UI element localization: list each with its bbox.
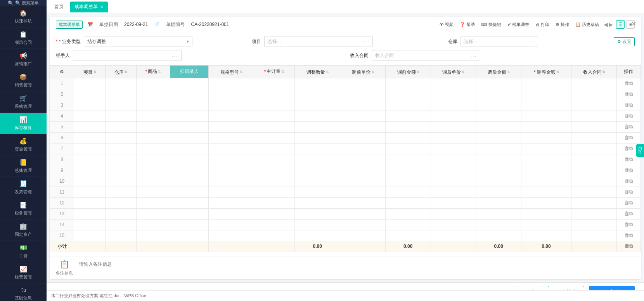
sidebar-item-inventory[interactable]: 📊库存核算: [0, 113, 47, 134]
delete-icon-4[interactable]: 🗑: [624, 113, 629, 119]
delete-icon-2[interactable]: 🗑: [624, 91, 629, 97]
toolbar-operations[interactable]: ⚙ 操作: [554, 21, 571, 28]
cell-project-4[interactable]: [74, 111, 105, 121]
cell-income_contract-15[interactable]: [571, 230, 616, 241]
next-icon[interactable]: ▶: [609, 21, 613, 28]
cell-adjust_amount-6[interactable]: [521, 132, 571, 143]
cell-qty-15[interactable]: [295, 230, 340, 241]
cell-after_unit_price-2[interactable]: [431, 89, 476, 100]
col-sort-after_unit_price[interactable]: 调后单价⇅: [441, 69, 465, 76]
cell-spec-9[interactable]: [208, 165, 254, 176]
cell-unit-13[interactable]: [254, 208, 295, 219]
col-header-after_unit_price[interactable]: 调后单价⇅: [431, 66, 476, 78]
cell-after_unit_price-5[interactable]: [431, 121, 476, 132]
cell-warehouse-6[interactable]: [105, 132, 136, 143]
cell-spec-2[interactable]: [208, 89, 254, 100]
cell-adjust_amount-4[interactable]: [521, 111, 571, 121]
sidebar-item-basic-info[interactable]: 🗂基础信息: [0, 284, 47, 301]
col-header-unit[interactable]: * 主计量⇅: [254, 66, 295, 78]
cell-project-9[interactable]: [74, 165, 105, 176]
cell-income_contract-4[interactable]: [571, 111, 616, 121]
cell-project-12[interactable]: [74, 197, 105, 208]
toolbar-history[interactable]: 📋 历史草稿: [574, 21, 601, 28]
cell-after_amount-4[interactable]: [476, 111, 521, 121]
delete-icon-10[interactable]: 🗑: [624, 178, 629, 184]
col-sort-spec[interactable]: 规格型号⇅: [220, 69, 243, 76]
cell-scan-14[interactable]: [170, 219, 209, 230]
delete-icon-11[interactable]: 🗑: [624, 189, 629, 195]
delete-icon-14[interactable]: 🗑: [624, 221, 629, 227]
delete-icon-8[interactable]: 🗑: [624, 156, 629, 162]
cell-qty-12[interactable]: [295, 197, 340, 208]
copy-icon-11[interactable]: ⧉: [629, 189, 633, 195]
cell-prev_amount-10[interactable]: [385, 176, 431, 187]
col-header-income_contract[interactable]: 收入合同⇅: [571, 66, 616, 78]
cell-prev_unit_price-6[interactable]: [340, 132, 386, 143]
col-header-qty[interactable]: 调整数量⇅: [295, 66, 340, 78]
cell-adjust_amount-9[interactable]: [521, 165, 571, 176]
cell-qty-11[interactable]: [295, 187, 340, 197]
subtotal-copy-icon[interactable]: ⧉: [629, 243, 633, 249]
cell-prev_amount-12[interactable]: [385, 197, 431, 208]
col-header-prev_unit_price[interactable]: 调前单价⇅: [340, 66, 386, 78]
cell-income_contract-14[interactable]: [571, 219, 616, 230]
cell-unit-6[interactable]: [254, 132, 295, 143]
cell-qty-5[interactable]: [295, 121, 340, 132]
col-header-product[interactable]: * 商品⇅: [136, 66, 170, 78]
biz-type-input[interactable]: 结存调整 ▾: [84, 36, 192, 47]
cell-unit-9[interactable]: [254, 165, 295, 176]
col-header-after_amount[interactable]: 调后金额⇅: [476, 66, 521, 78]
copy-icon-10[interactable]: ⧉: [629, 178, 633, 184]
settings-button[interactable]: ⚙ 设置: [614, 37, 635, 46]
cell-product-15[interactable]: [136, 230, 170, 241]
sidebar-item-ops-mgmt[interactable]: 📈经营管理: [0, 262, 47, 284]
cell-product-5[interactable]: [136, 121, 170, 132]
cell-after_amount-7[interactable]: [476, 143, 521, 154]
delete-icon-15[interactable]: 🗑: [624, 232, 629, 238]
income-contract-input[interactable]: 收入合同 ...: [372, 50, 480, 61]
cell-warehouse-4[interactable]: [105, 111, 136, 121]
cell-unit-14[interactable]: [254, 219, 295, 230]
cell-warehouse-7[interactable]: [105, 143, 136, 154]
copy-icon-7[interactable]: ⧉: [629, 145, 633, 151]
cell-after_amount-3[interactable]: [476, 100, 521, 111]
cell-after_unit_price-11[interactable]: [431, 187, 476, 197]
cell-after_unit_price-15[interactable]: [431, 230, 476, 241]
cell-prev_unit_price-2[interactable]: [340, 89, 386, 100]
cell-prev_amount-14[interactable]: [385, 219, 431, 230]
col-header-project[interactable]: 项目⇅: [74, 66, 105, 78]
cell-after_unit_price-1[interactable]: [431, 78, 476, 89]
cell-after_amount-15[interactable]: [476, 230, 521, 241]
cell-income_contract-12[interactable]: [571, 197, 616, 208]
cell-project-7[interactable]: [74, 143, 105, 154]
cell-after_unit_price-7[interactable]: [431, 143, 476, 154]
copy-icon-5[interactable]: ⧉: [629, 124, 633, 130]
cell-after_unit_price-14[interactable]: [431, 219, 476, 230]
right-edge-tab[interactable]: Ear: [636, 144, 644, 157]
cell-adjust_amount-3[interactable]: [521, 100, 571, 111]
cell-unit-1[interactable]: [254, 78, 295, 89]
cell-project-2[interactable]: [74, 89, 105, 100]
cell-prev_unit_price-14[interactable]: [340, 219, 386, 230]
copy-icon-12[interactable]: ⧉: [629, 200, 633, 206]
col-sort-product[interactable]: * 商品⇅: [145, 68, 161, 75]
cell-after_amount-14[interactable]: [476, 219, 521, 230]
cell-warehouse-12[interactable]: [105, 197, 136, 208]
cell-income_contract-7[interactable]: [571, 143, 616, 154]
cell-scan-7[interactable]: [170, 143, 209, 154]
cell-unit-2[interactable]: [254, 89, 295, 100]
cell-spec-13[interactable]: [208, 208, 254, 219]
cell-income_contract-13[interactable]: [571, 208, 616, 219]
cell-product-4[interactable]: [136, 111, 170, 121]
cell-after_unit_price-12[interactable]: [431, 197, 476, 208]
col-sort-prev_unit_price[interactable]: 调前单价⇅: [351, 69, 374, 76]
cell-warehouse-3[interactable]: [105, 100, 136, 111]
warehouse-input[interactable]: 选择... ···: [460, 36, 538, 47]
cell-adjust_amount-13[interactable]: [521, 208, 571, 219]
delete-icon-9[interactable]: 🗑: [624, 167, 629, 173]
cell-prev_amount-11[interactable]: [385, 187, 431, 197]
cell-unit-12[interactable]: [254, 197, 295, 208]
cell-prev_amount-7[interactable]: [385, 143, 431, 154]
tab-home[interactable]: 首页: [50, 2, 68, 12]
cell-qty-7[interactable]: [295, 143, 340, 154]
